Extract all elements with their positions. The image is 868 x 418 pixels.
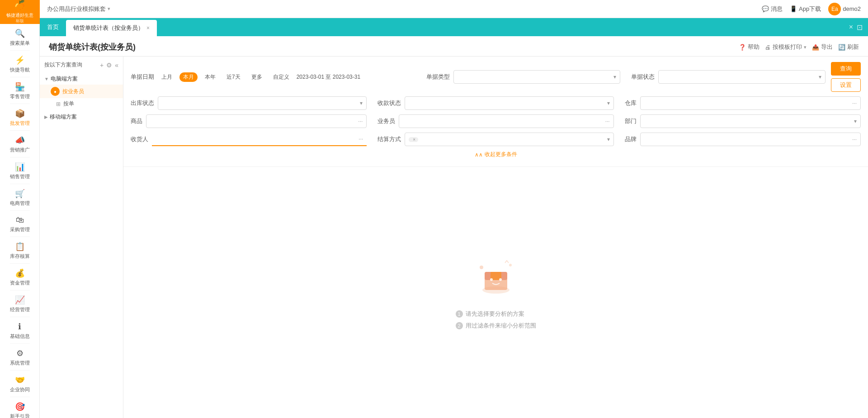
dept-control[interactable]: ▾	[640, 114, 861, 128]
date-this-month[interactable]: 本月	[179, 72, 198, 82]
top-bar: 办公用品行业模拟账套 ▾ 💬 消息 📱 App下载 Ea demo2	[40, 0, 868, 18]
order-type-dropdown-icon: ▾	[613, 74, 616, 80]
sidebar-item-搜索菜单[interactable]: 🔍搜索菜单	[10, 24, 30, 51]
nav-label-5: 销售管理	[10, 173, 30, 180]
nav-label-14: 新手引导	[10, 413, 30, 418]
app-download-btn[interactable]: 📱 App下载	[790, 5, 821, 13]
sidebar-item-电商管理[interactable]: 🛒电商管理	[10, 184, 30, 211]
date-last-month[interactable]: 上月	[158, 72, 176, 82]
sidebar-item-零售管理[interactable]: 🏪零售管理	[10, 77, 30, 104]
filter-dept: 部门 ▾	[625, 114, 861, 128]
nav-icon-1: ⚡	[15, 55, 25, 65]
schema-group-pc-header[interactable]: ▼ 电脑端方案	[40, 73, 123, 85]
group-label: 电脑端方案	[51, 75, 78, 83]
user-profile[interactable]: Ea demo2	[828, 3, 861, 15]
recipient-label: 收货人	[131, 135, 148, 143]
sidebar-item-批发管理[interactable]: 📦批发管理	[10, 104, 30, 131]
sidebar-item-快捷导航[interactable]: ⚡快捷导航	[10, 51, 30, 77]
schema-group-mobile-header[interactable]: ▶ 移动端方案	[40, 111, 123, 123]
collapse-btn[interactable]: ∧∧ 收起更多条件	[475, 151, 517, 158]
refresh-btn[interactable]: 🔄 刷新	[838, 43, 859, 51]
filter-receive-status: 收款状态 ▾	[377, 96, 613, 110]
sidebar-item-新手引导[interactable]: 🎯新手引导	[10, 397, 30, 418]
recipient-more-icon: ···	[359, 136, 363, 142]
warehouse-control[interactable]: ···	[640, 96, 861, 110]
empty-svg	[473, 256, 519, 301]
tab-bar-right: × ⊡	[849, 23, 868, 32]
warehouse-more-icon: ···	[852, 100, 857, 106]
date-7days[interactable]: 近7天	[223, 72, 244, 82]
help-btn[interactable]: ❓ 帮助	[739, 43, 760, 51]
tab-close-icon[interactable]: ×	[146, 25, 150, 31]
empty-tip-2: 2 用过滤条件来缩小分析范围	[456, 322, 536, 330]
salesman-control[interactable]: ···	[399, 114, 613, 128]
tab-close-window-icon[interactable]: ×	[849, 23, 853, 31]
sidebar-item-营销推广[interactable]: 📣营销推广	[10, 131, 30, 157]
order-status-control[interactable]: ▾	[658, 70, 826, 84]
sidebar-item-采购管理[interactable]: 🛍采购管理	[10, 211, 30, 237]
recipient-input[interactable]	[156, 136, 359, 142]
sidebar-nav: 🔍搜索菜单⚡快捷导航🏪零售管理📦批发管理📣营销推广📊销售管理🛒电商管理🛍采购管理…	[10, 24, 30, 418]
nav-label-7: 采购管理	[10, 226, 30, 233]
schema-settings-icon[interactable]: ⚙	[106, 62, 112, 69]
empty-tip-1: 1 请先选择要分析的方案	[456, 310, 536, 318]
collapse-up-icon: ∧∧	[475, 152, 483, 158]
out-status-control[interactable]: ▾	[158, 96, 367, 110]
brand-control[interactable]: ···	[640, 133, 861, 146]
nav-icon-13: 🤝	[15, 375, 25, 385]
settlement-clear-tag[interactable]: ×	[409, 137, 418, 142]
goods-control[interactable]: ···	[146, 114, 367, 128]
date-custom[interactable]: 自定义	[269, 72, 293, 82]
left-panel: 按以下方案查询 + ⚙ « ▼ 电脑端方案 ● 按业务员	[40, 57, 123, 418]
export-icon: 📤	[812, 44, 819, 51]
settlement-dropdown-icon: ▾	[607, 136, 610, 142]
add-schema-icon[interactable]: +	[100, 62, 104, 69]
date-this-year[interactable]: 本年	[201, 72, 219, 82]
print-btn[interactable]: 🖨 按模板打印 ▾	[765, 43, 807, 51]
settlement-label: 结算方式	[377, 135, 401, 143]
tab-bar: 首页 销货单统计表（按业务员） × × ⊡	[40, 18, 868, 36]
settings-button[interactable]: 设置	[831, 78, 861, 92]
schema-item-salesman[interactable]: ● 按业务员	[40, 85, 123, 98]
filter-row-4: 收货人 ··· 结算方式 ×	[131, 133, 861, 146]
sidebar-item-资金管理[interactable]: 💰资金管理	[10, 264, 30, 290]
sidebar-item-基础信息[interactable]: ℹ基础信息	[10, 317, 30, 344]
nav-icon-10: 📈	[15, 295, 25, 305]
right-panel: 单据日期 上月 本月 本年 近7天 更多 自定义 2023-03-01 至 20…	[123, 57, 868, 418]
schema-sub-item-order[interactable]: ⊞ 按单	[40, 98, 123, 109]
order-type-control[interactable]: ▾	[453, 70, 621, 84]
recipient-control[interactable]: ···	[152, 133, 367, 146]
out-status-dropdown-icon: ▾	[360, 100, 363, 106]
export-btn[interactable]: 📤 导出	[812, 43, 833, 51]
date-more[interactable]: 更多	[248, 72, 266, 82]
goods-more-icon: ···	[358, 118, 363, 124]
mobile-group-label: 移动端方案	[50, 113, 77, 121]
sidebar-item-销售管理[interactable]: 📊销售管理	[10, 157, 30, 184]
collapse-panel-icon[interactable]: «	[115, 62, 118, 69]
app-logo[interactable]: 🍊 畅捷通好生意 标版	[0, 0, 40, 24]
sidebar-item-系统管理[interactable]: ⚙系统管理	[10, 344, 30, 370]
print-dropdown-icon[interactable]: ▾	[804, 44, 807, 50]
tab-active[interactable]: 销货单统计表（按业务员） ×	[66, 20, 157, 36]
sidebar-item-企业协同[interactable]: 🤝企业协同	[10, 370, 30, 397]
query-button[interactable]: 查询	[831, 62, 861, 76]
workspace-title[interactable]: 办公用品行业模拟账套 ▾	[47, 5, 110, 13]
help-icon: ❓	[739, 44, 746, 51]
refresh-icon: 🔄	[838, 44, 845, 51]
message-btn[interactable]: 💬 消息	[762, 5, 783, 13]
filter-row-2: 出库状态 ▾ 收款状态 ▾	[131, 96, 861, 110]
receive-status-control[interactable]: ▾	[405, 96, 613, 110]
svg-point-4	[490, 278, 493, 281]
sidebar-item-库存核算[interactable]: 📋库存核算	[10, 237, 30, 264]
settlement-control[interactable]: × ▾	[405, 133, 613, 146]
group-expand-icon: ▼	[44, 76, 49, 81]
tab-home[interactable]: 首页	[40, 18, 66, 36]
filter-goods: 商品 ···	[131, 114, 367, 128]
tab-restore-icon[interactable]: ⊡	[857, 23, 863, 32]
sidebar-item-经营管理[interactable]: 📈经营管理	[10, 290, 30, 317]
settlement-clear-icon[interactable]: ×	[413, 137, 415, 142]
filter-order-type: 单据类型 ▾	[426, 70, 621, 84]
brand-label: 品牌	[625, 135, 637, 143]
order-status-label: 单据状态	[631, 73, 655, 81]
svg-point-7	[509, 264, 512, 266]
